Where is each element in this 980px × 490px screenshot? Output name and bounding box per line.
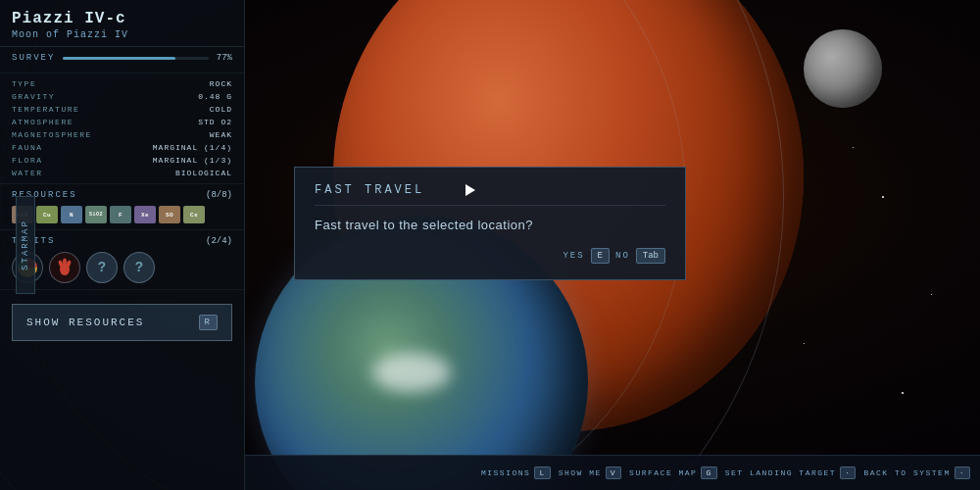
stat-row: FAUNA MARGINAL (1/4) (12, 141, 232, 154)
missions-label: MISSIONS (481, 468, 530, 477)
bottom-back-to-system[interactable]: BACK TO SYSTEM · (863, 466, 970, 479)
resource-chip: Xe (134, 206, 156, 223)
trait-icons-list: ? ? (12, 252, 232, 283)
back-to-system-label: BACK TO SYSTEM (863, 468, 950, 477)
trait-icon-unknown-2: ? (123, 252, 155, 283)
left-panel: STARMAP Piazzi IV-c Moon of Piazzi IV SU… (0, 0, 245, 490)
stat-row: FLORA MARGINAL (1/3) (12, 154, 232, 167)
missions-key: L (534, 466, 550, 479)
survey-section: SURVEY 77% (0, 47, 244, 74)
landing-target-key: · (840, 466, 856, 479)
stat-row: MAGNETOSPHERE WEAK (12, 128, 232, 141)
dialog-title: FAST TRAVEL (315, 183, 665, 206)
resource-chip: SO (159, 206, 180, 223)
resource-chip: F (110, 206, 131, 223)
yes-label: YES (563, 251, 584, 261)
no-label: NO (615, 251, 630, 261)
resource-icons-list: FEB Cu N SiO2 F Xe SO Cs (12, 206, 232, 223)
back-to-system-key: · (955, 466, 970, 479)
stat-row: TEMPERATURE COLD (12, 103, 232, 116)
trait-icon-unknown-1: ? (86, 252, 118, 283)
survey-label: SURVEY (12, 53, 55, 63)
show-resources-button[interactable]: SHOW RESOURCES R (12, 304, 232, 341)
resource-chip: Cs (183, 206, 205, 223)
moon-small (804, 29, 882, 108)
resource-chip: SiO2 (85, 206, 107, 223)
traits-section: TRAITS (2/4) (0, 230, 244, 290)
resources-section: RESOURCES (8/8) FEB Cu N SiO2 F Xe SO Cs (0, 184, 244, 230)
stat-row: TYPE ROCK (12, 77, 232, 90)
fast-travel-dialog: FAST TRAVEL Fast travel to the selected … (294, 167, 686, 280)
no-key[interactable]: Tab (636, 248, 665, 264)
stat-row: ATMOSPHERE STD O2 (12, 116, 232, 128)
planet-subtitle: Moon of Piazzi IV (12, 29, 232, 40)
bottom-show-me[interactable]: SHOW ME V (559, 466, 621, 479)
bottom-surface-map[interactable]: SURFACE MAP G (629, 466, 717, 479)
show-resources-label: SHOW RESOURCES (26, 317, 144, 328)
bottom-landing-target[interactable]: SET LANDING TARGET · (725, 466, 857, 479)
stats-section: TYPE ROCK GRAVITY 0.48 G TEMPERATURE COL… (0, 74, 244, 184)
yes-key[interactable]: E (591, 248, 610, 264)
stat-row: GRAVITY 0.48 G (12, 90, 232, 103)
resources-count: (8/8) (206, 190, 232, 200)
resource-chip: Cu (36, 206, 58, 223)
dialog-actions: YES E NO Tab (315, 248, 665, 264)
dialog-body: Fast travel to the selected location? (315, 218, 665, 232)
surface-map-label: SURFACE MAP (629, 468, 697, 477)
bottom-missions[interactable]: MISSIONS L (481, 466, 551, 479)
show-resources-key: R (199, 315, 218, 330)
svg-point-3 (63, 259, 67, 266)
survey-bar-background (63, 57, 208, 60)
panel-header: Piazzi IV-c Moon of Piazzi IV (0, 0, 244, 47)
survey-bar-fill (63, 57, 174, 60)
landing-target-label: SET LANDING TARGET (725, 468, 836, 477)
resource-chip: N (61, 206, 82, 223)
show-me-label: SHOW ME (559, 468, 602, 477)
cursor (466, 184, 477, 196)
surface-map-key: G (701, 466, 716, 479)
traits-count: (2/4) (206, 236, 232, 246)
starmap-tab-label[interactable]: STARMAP (16, 196, 35, 294)
show-me-key: V (606, 466, 621, 479)
survey-percent: 77% (217, 53, 232, 63)
trait-icon-fauna (49, 252, 80, 283)
stat-row: WATER BIOLOGICAL (12, 167, 232, 179)
planet-name: Piazzi IV-c (12, 10, 232, 27)
bottom-toolbar: MISSIONS L SHOW ME V SURFACE MAP G SET L… (245, 455, 980, 490)
